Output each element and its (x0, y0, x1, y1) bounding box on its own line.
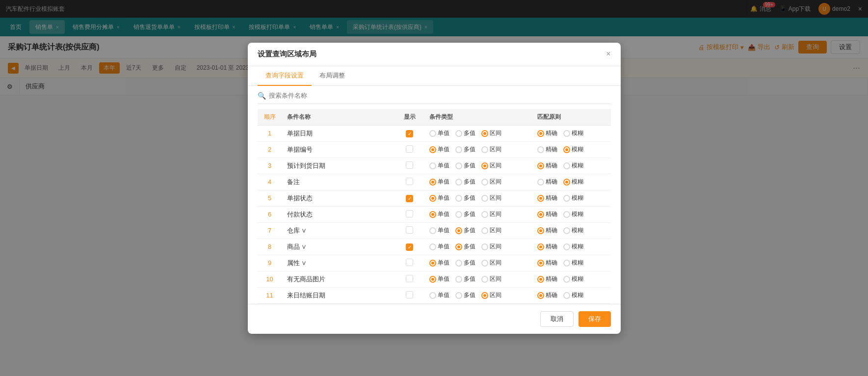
tab-query-settings[interactable]: 查询字段设置 (258, 66, 312, 86)
modal-title: 设置查询区域布局 (258, 50, 316, 59)
settings-modal: 设置查询区域布局 × 查询字段设置 布局调整 🔍 (248, 43, 621, 96)
condition-search-input[interactable] (269, 92, 611, 95)
modal-overlay: 设置查询区域布局 × 查询字段设置 布局调整 🔍 (0, 0, 868, 95)
modal-search-area: 🔍 (258, 92, 611, 96)
modal-close-button[interactable]: × (606, 50, 610, 58)
search-icon: 🔍 (258, 92, 266, 96)
tab-query-settings-label: 查询字段设置 (265, 72, 304, 79)
modal-tabs: 查询字段设置 布局调整 (248, 66, 621, 86)
modal-header: 设置查询区域布局 × (248, 43, 621, 66)
tab-layout-adjust-label: 布局调整 (319, 72, 345, 79)
modal-body: 🔍 顺序 条件名称 显示 条件类型 匹配原则 (248, 86, 621, 96)
tab-layout-adjust[interactable]: 布局调整 (312, 66, 353, 86)
